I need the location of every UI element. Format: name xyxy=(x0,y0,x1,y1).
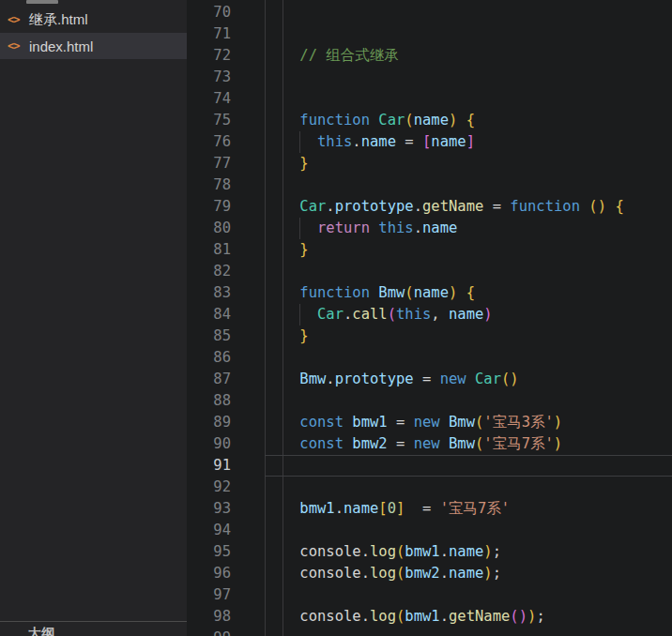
code-line-text: function Car(name) { xyxy=(239,110,475,131)
code-line-text xyxy=(239,23,265,45)
line-number[interactable]: 77 xyxy=(187,153,239,174)
code-line-text: console.log(bmw1.name); xyxy=(239,541,501,563)
line-number[interactable]: 72 xyxy=(187,45,239,67)
line-number[interactable]: 90 xyxy=(187,433,239,455)
line-number[interactable]: 71 xyxy=(187,23,239,45)
code-line[interactable]: 95 console.log(bmw1.name); xyxy=(187,541,672,563)
line-number[interactable]: 76 xyxy=(187,131,239,153)
outline-label: 大纲 xyxy=(28,626,54,636)
code-line[interactable]: 94 xyxy=(187,520,672,541)
line-number[interactable]: 93 xyxy=(187,498,239,520)
code-line[interactable]: 96 console.log(bmw2.name); xyxy=(187,563,672,584)
line-number[interactable]: 97 xyxy=(187,584,239,606)
line-number[interactable]: 83 xyxy=(187,282,239,304)
vscode-window: <>继承.html<>index.html 大纲 707172 // 组合式继承… xyxy=(0,0,672,636)
code-editor[interactable]: 707172 // 组合式继承737475 function Car(name)… xyxy=(187,0,672,636)
code-line[interactable]: 91 xyxy=(187,455,672,477)
code-line-text: function Bmw(name) { xyxy=(239,282,475,304)
line-number[interactable]: 75 xyxy=(187,110,239,131)
line-number[interactable]: 88 xyxy=(187,390,239,412)
code-line[interactable]: 93 bmw1.name[0] = '宝马7系' xyxy=(187,498,672,520)
code-line[interactable]: 85 } xyxy=(187,326,672,347)
partial-file-item xyxy=(26,0,58,4)
line-number[interactable]: 85 xyxy=(187,326,239,347)
code-line[interactable]: 79 Car.prototype.getName = function () { xyxy=(187,196,672,218)
code-line[interactable]: 76 this.name = [name] xyxy=(187,131,672,153)
file-list: <>继承.html<>index.html xyxy=(0,7,187,59)
code-line[interactable]: 71 xyxy=(187,23,672,45)
code-line[interactable]: 73 xyxy=(187,67,672,88)
code-line-text: // 组合式继承 xyxy=(239,45,399,67)
code-line-text: Bmw.prototype = new Car() xyxy=(239,369,519,390)
code-line[interactable]: 89 const bmw1 = new Bmw('宝马3系') xyxy=(187,412,672,433)
code-line[interactable]: 97 xyxy=(187,584,672,606)
line-number[interactable]: 89 xyxy=(187,412,239,433)
line-number[interactable]: 91 xyxy=(187,455,239,477)
code-line-text xyxy=(239,88,265,110)
outline-divider xyxy=(0,621,187,622)
code-line[interactable]: 70 xyxy=(187,2,672,23)
code-line-text: const bmw1 = new Bmw('宝马3系') xyxy=(239,412,562,433)
code-line-text xyxy=(239,584,265,606)
code-line-text xyxy=(239,2,265,23)
line-number[interactable]: 99 xyxy=(187,628,239,636)
line-number[interactable]: 95 xyxy=(187,541,239,563)
code-line[interactable]: 86 xyxy=(187,347,672,369)
line-number[interactable]: 86 xyxy=(187,347,239,369)
code-line-text xyxy=(239,390,265,412)
code-line-text: console.log(bmw1.getName()); xyxy=(239,606,545,628)
code-line[interactable]: 82 xyxy=(187,261,672,282)
code-line[interactable]: 83 function Bmw(name) { xyxy=(187,282,672,304)
code-line[interactable]: 92 xyxy=(187,477,672,498)
code-line[interactable]: 87 Bmw.prototype = new Car() xyxy=(187,369,672,390)
code-line[interactable]: 90 const bmw2 = new Bmw('宝马7系') xyxy=(187,433,672,455)
code-line[interactable]: 88 xyxy=(187,390,672,412)
line-number[interactable]: 84 xyxy=(187,304,239,326)
code-line-text: const bmw2 = new Bmw('宝马7系') xyxy=(239,433,562,455)
line-number[interactable]: 80 xyxy=(187,218,239,239)
line-number[interactable]: 78 xyxy=(187,174,239,196)
code-line[interactable]: 98 console.log(bmw1.getName()); xyxy=(187,606,672,628)
file-item[interactable]: <>继承.html xyxy=(0,7,187,33)
code-line[interactable]: 84 Car.call(this, name) xyxy=(187,304,672,326)
line-number[interactable]: 98 xyxy=(187,606,239,628)
code-line-text: } xyxy=(239,239,309,261)
code-line-text xyxy=(239,347,265,369)
code-line-text: console.log(bmw2.name); xyxy=(239,563,501,584)
file-name: 继承.html xyxy=(26,11,88,29)
line-number[interactable]: 81 xyxy=(187,239,239,261)
code-line-text: return this.name xyxy=(239,218,457,239)
code-line-text xyxy=(239,520,265,541)
code-line[interactable]: 72 // 组合式继承 xyxy=(187,45,672,67)
code-line-text: bmw1.name[0] = '宝马7系' xyxy=(239,498,510,520)
code-line[interactable]: 81 } xyxy=(187,239,672,261)
code-line-text xyxy=(239,261,265,282)
line-number[interactable]: 87 xyxy=(187,369,239,390)
code-line-text xyxy=(239,455,265,477)
code-line[interactable]: 74 xyxy=(187,88,672,110)
line-number[interactable]: 96 xyxy=(187,563,239,584)
code-line[interactable]: 78 xyxy=(187,174,672,196)
code-line-text: this.name = [name] xyxy=(239,131,475,153)
code-line[interactable]: 99 xyxy=(187,628,672,636)
code-line[interactable]: 77 } xyxy=(187,153,672,174)
code-line-text: } xyxy=(239,153,309,174)
explorer-sidebar: <>继承.html<>index.html 大纲 xyxy=(0,0,187,636)
outline-header[interactable]: 大纲 xyxy=(0,624,187,636)
code-line-text xyxy=(239,67,265,88)
line-number[interactable]: 73 xyxy=(187,67,239,88)
code-line-text: Car.call(this, name) xyxy=(239,304,493,326)
file-item[interactable]: <>index.html xyxy=(0,33,187,59)
line-number[interactable]: 92 xyxy=(187,477,239,498)
code-line-text xyxy=(239,628,265,636)
line-number[interactable]: 74 xyxy=(187,88,239,110)
code-line[interactable]: 75 function Car(name) { xyxy=(187,110,672,131)
code-line-text xyxy=(239,174,265,196)
code-line[interactable]: 80 return this.name xyxy=(187,218,672,239)
line-number[interactable]: 82 xyxy=(187,261,239,282)
html-file-icon: <> xyxy=(8,13,26,26)
html-file-icon: <> xyxy=(8,39,26,53)
line-number[interactable]: 94 xyxy=(187,520,239,541)
line-number[interactable]: 70 xyxy=(187,2,239,23)
line-number[interactable]: 79 xyxy=(187,196,239,218)
